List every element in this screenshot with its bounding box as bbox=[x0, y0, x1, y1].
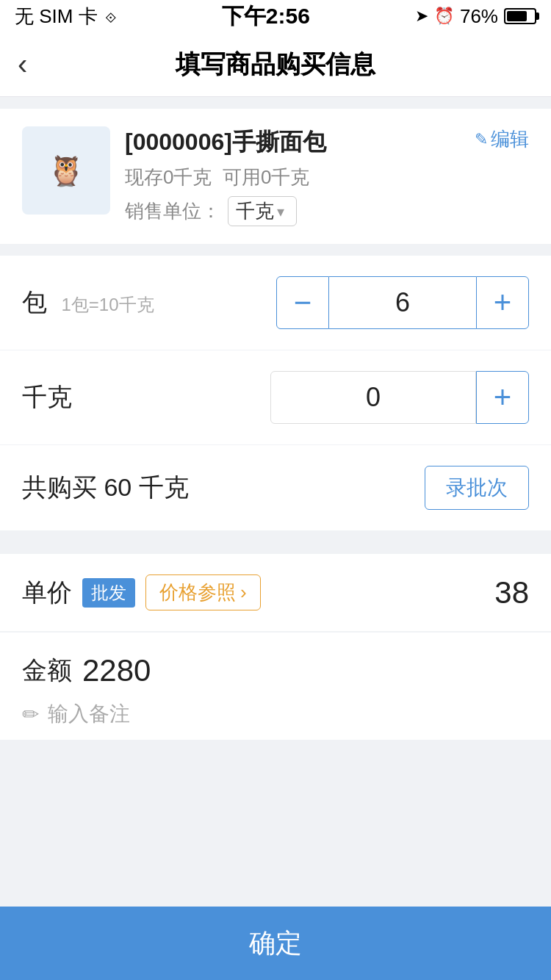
product-stock: 现存0千克 可用0千克 bbox=[125, 165, 529, 190]
qty-input-bao[interactable] bbox=[329, 276, 476, 329]
amount-section: 金额 2280 ✏ 输入备注 bbox=[0, 633, 551, 740]
price-section: 单价 批发 价格参照 › 38 bbox=[0, 554, 551, 631]
nav-bar: ‹ 填写商品购买信息 bbox=[0, 32, 551, 97]
qty-sublabel-bao: 1包=10千克 bbox=[61, 295, 154, 314]
divider-1 bbox=[0, 244, 551, 256]
price-label: 单价 bbox=[22, 576, 72, 610]
qty-box-kg: 0 + bbox=[270, 371, 529, 424]
amount-label: 金额 bbox=[22, 654, 72, 688]
qty-display-kg: 0 bbox=[270, 371, 476, 424]
product-section: 🦉 [0000006]手撕面包 现存0千克 可用0千克 销售单位： 千克 ▾ ✎… bbox=[0, 109, 551, 244]
status-time: 下午2:56 bbox=[222, 1, 310, 32]
increment-kg-button[interactable]: + bbox=[476, 371, 529, 424]
quantity-section: 包 1包=10千克 − + 千克 0 + bbox=[0, 256, 551, 444]
price-ref-label: 价格参照 bbox=[159, 580, 236, 605]
location-icon: ➤ bbox=[415, 7, 428, 26]
qty-controls-bao: − + bbox=[276, 276, 529, 329]
total-row: 共购买 60 千克 录批次 bbox=[0, 444, 551, 530]
product-logo: 🦉 bbox=[48, 154, 84, 188]
total-text: 共购买 60 千克 bbox=[22, 471, 189, 505]
status-bar: 无 SIM 卡 ⟐ 下午2:56 ➤ ⏰ 76% bbox=[0, 0, 551, 32]
battery-icon bbox=[504, 8, 536, 24]
divider-2 bbox=[0, 530, 551, 542]
price-tag: 批发 bbox=[82, 578, 135, 608]
product-image: 🦉 bbox=[22, 126, 110, 215]
note-placeholder: 输入备注 bbox=[48, 700, 130, 728]
status-left: 无 SIM 卡 ⟐ bbox=[15, 4, 117, 29]
amount-value: 2280 bbox=[82, 653, 151, 688]
product-name: [0000006]手撕面包 bbox=[125, 126, 529, 159]
status-right: ➤ ⏰ 76% bbox=[415, 5, 536, 28]
confirm-label: 确定 bbox=[249, 926, 302, 962]
product-unit: 销售单位： 千克 ▾ bbox=[125, 196, 529, 226]
decrement-bao-button[interactable]: − bbox=[276, 276, 329, 329]
product-info: [0000006]手撕面包 现存0千克 可用0千克 销售单位： 千克 ▾ ✎ 编… bbox=[125, 126, 529, 226]
note-row[interactable]: ✏ 输入备注 bbox=[22, 700, 529, 728]
confirm-button[interactable]: 确定 bbox=[0, 907, 551, 980]
unit-select[interactable]: 千克 ▾ bbox=[228, 196, 297, 226]
quantity-row-kg: 千克 0 + bbox=[0, 350, 551, 444]
page-title: 填写商品购买信息 bbox=[176, 48, 375, 82]
price-ref-button[interactable]: 价格参照 › bbox=[145, 574, 261, 610]
price-value: 38 bbox=[494, 575, 529, 610]
note-icon: ✏ bbox=[22, 702, 39, 727]
alarm-icon: ⏰ bbox=[434, 7, 454, 26]
amount-row: 金额 2280 bbox=[22, 653, 529, 688]
carrier-text: 无 SIM 卡 bbox=[15, 4, 98, 29]
edit-button[interactable]: ✎ 编辑 bbox=[475, 126, 529, 152]
price-ref-arrow: › bbox=[240, 581, 247, 604]
battery-percent: 76% bbox=[460, 5, 498, 28]
increment-bao-button[interactable]: + bbox=[476, 276, 529, 329]
batch-button[interactable]: 录批次 bbox=[425, 466, 529, 510]
qty-label-bao: 包 1包=10千克 bbox=[22, 286, 276, 320]
wifi-icon: ⟐ bbox=[105, 5, 117, 28]
quantity-row-bao: 包 1包=10千克 − + bbox=[0, 256, 551, 350]
back-button[interactable]: ‹ bbox=[18, 48, 27, 81]
qty-label-kg: 千克 bbox=[22, 381, 270, 414]
